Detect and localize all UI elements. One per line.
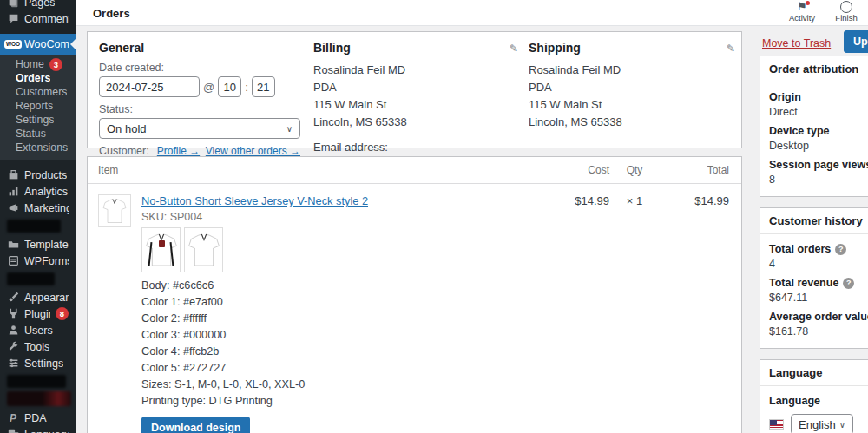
total-orders-value: 4	[769, 258, 868, 270]
profile-link[interactable]: Profile →	[157, 145, 200, 157]
language-select[interactable]: English ∨	[791, 414, 853, 433]
edit-shipping-icon[interactable]: ✎	[727, 43, 735, 55]
sidebar-item-home[interactable]: Home 3	[0, 57, 76, 71]
sidebar-item-reports[interactable]: Reports	[0, 99, 76, 113]
at-symbol: @	[203, 81, 214, 94]
finish-setup-button[interactable]: Finish	[832, 1, 861, 23]
panel-title: Language	[769, 366, 822, 379]
templates-icon	[7, 239, 19, 251]
order-attribution-panel: Order attribution ∧ ∨ Origin Direct Devi…	[760, 56, 868, 197]
activity-button[interactable]: ⚑ Activity	[785, 1, 819, 23]
order-data-panel: General Date created: @ : Status: On hol…	[87, 31, 742, 148]
view-other-orders-link[interactable]: View other orders →	[206, 145, 300, 157]
sidebar-item-wpforms[interactable]: WPForms	[0, 253, 76, 269]
sidebar-item-tools[interactable]: Tools	[0, 338, 76, 355]
minute-input[interactable]	[252, 76, 275, 97]
current-menu-arrow	[70, 38, 76, 50]
admin-sidebar: Pages Comments WOO WooCommerce Home 3 Or…	[0, 0, 76, 433]
language-label: Language	[769, 395, 868, 407]
total-revenue-value: $647.11	[769, 292, 868, 304]
item-cost: $14.99	[536, 194, 609, 433]
settings-icon	[7, 358, 19, 370]
customer-history-panel: Customer history ∧ ∨ Total orders? 4 Tot…	[760, 207, 868, 349]
sidebar-item-analytics[interactable]: Analytics	[0, 183, 76, 200]
languages-icon	[7, 429, 19, 433]
sidebar-item-users[interactable]: Users	[0, 322, 76, 338]
chest-logo	[159, 240, 165, 247]
sidebar-item-settings2[interactable]: Settings	[0, 355, 76, 371]
redacted-menu-item	[7, 220, 61, 233]
sidebar-item-pda[interactable]: P PDA	[0, 410, 76, 426]
total-orders-label: Total orders	[769, 243, 831, 255]
marketing-icon	[7, 202, 19, 214]
language-panel: Language ∧ ∨ Language English ∨	[760, 359, 868, 433]
pda-icon: P	[7, 412, 19, 424]
sidebar-item-pages[interactable]: Pages	[0, 0, 76, 10]
aov-value: $161.78	[769, 325, 868, 338]
sidebar-item-orders[interactable]: Orders	[0, 71, 76, 85]
home-count-badge: 3	[49, 58, 62, 71]
billing-address: Rosalinda Feil MD PDA 115 W Main St Linc…	[313, 62, 509, 132]
page-title: Orders	[93, 7, 130, 20]
product-link[interactable]: No-Button Short Sleeve Jersey V-Neck sty…	[141, 194, 368, 207]
update-button[interactable]: Update	[844, 30, 868, 53]
activity-flag-icon: ⚑	[785, 1, 819, 13]
appearance-icon	[7, 292, 19, 304]
status-select[interactable]: On hold ∨	[99, 118, 300, 139]
activity-notification-dot	[806, 1, 810, 5]
download-design-button[interactable]: Download design	[141, 417, 250, 433]
hour-input[interactable]	[218, 76, 241, 97]
us-flag-icon	[769, 419, 784, 430]
sidebar-item-extensions[interactable]: Extensions	[0, 141, 76, 154]
session-page-views-value: 8	[769, 174, 868, 186]
sidebar-item-marketing[interactable]: Marketing	[0, 200, 76, 216]
chevron-down-icon: ∨	[286, 124, 293, 134]
order-item-row: No-Button Short Sleeve Jersey V-Neck sty…	[88, 184, 741, 433]
sidebar-item-products[interactable]: Products	[0, 167, 76, 183]
help-icon[interactable]: ?	[843, 278, 854, 289]
session-page-views-label: Session page views	[769, 159, 868, 171]
device-type-value: Desktop	[769, 140, 868, 152]
wpforms-icon	[7, 255, 19, 267]
date-created-label: Date created:	[99, 62, 300, 74]
col-item: Item	[98, 164, 536, 176]
origin-label: Origin	[769, 91, 868, 103]
billing-email-label: Email address:	[313, 141, 509, 154]
sidebar-item-templates[interactable]: Templates	[0, 236, 76, 253]
plugins-count-badge: 8	[56, 307, 69, 320]
total-revenue-label: Total revenue	[769, 277, 838, 289]
sidebar-item-label: Pages	[24, 0, 55, 9]
redacted-menu-item	[7, 272, 55, 285]
aov-label: Average order value	[769, 311, 868, 323]
sku-value: SP004	[170, 211, 203, 223]
redacted-menu-item	[7, 375, 66, 388]
sidebar-item-customers[interactable]: Customers	[0, 85, 76, 99]
status-label: Status:	[99, 103, 300, 115]
design-preview-front	[141, 227, 181, 272]
sidebar-item-languages[interactable]: Languages	[0, 426, 76, 433]
billing-heading: Billing	[313, 41, 509, 55]
move-to-trash-link[interactable]: Move to Trash	[762, 37, 831, 49]
item-total: $14.99	[660, 194, 731, 433]
sku-label: SKU:	[141, 211, 167, 223]
product-thumbnail	[98, 194, 131, 227]
date-created-input[interactable]	[99, 76, 200, 97]
woocommerce-order-edit-page: Pages Comments WOO WooCommerce Home 3 Or…	[0, 0, 868, 433]
analytics-icon	[7, 186, 19, 198]
origin-value: Direct	[769, 106, 868, 118]
comments-icon	[7, 13, 19, 25]
woocommerce-submenu: Home 3 Orders Customers Reports Settings…	[0, 55, 76, 160]
shipping-address: Rosalinda Feil MD PDA 115 W Main St Linc…	[529, 62, 724, 132]
shipping-column: Shipping Rosalinda Feil MD PDA 115 W Mai…	[529, 41, 724, 132]
sidebar-item-status[interactable]: Status	[0, 127, 76, 141]
sidebar-item-settings[interactable]: Settings	[0, 113, 76, 127]
sidebar-item-comments[interactable]: Comments	[0, 10, 76, 27]
sidebar-item-woocommerce[interactable]: WOO WooCommerce	[0, 34, 76, 55]
sidebar-item-plugins[interactable]: Plugins 8	[0, 305, 76, 322]
item-meta: Body: #c6c6c6 Color 1: #e7af00 Color 2: …	[141, 278, 536, 410]
edit-billing-icon[interactable]: ✎	[510, 43, 518, 55]
order-items-panel: Item Cost Qty Total No-Button Short Slee…	[87, 156, 742, 433]
finish-progress-icon	[840, 1, 852, 13]
help-icon[interactable]: ?	[835, 244, 846, 255]
sidebar-item-appearance[interactable]: Appearance	[0, 289, 76, 305]
